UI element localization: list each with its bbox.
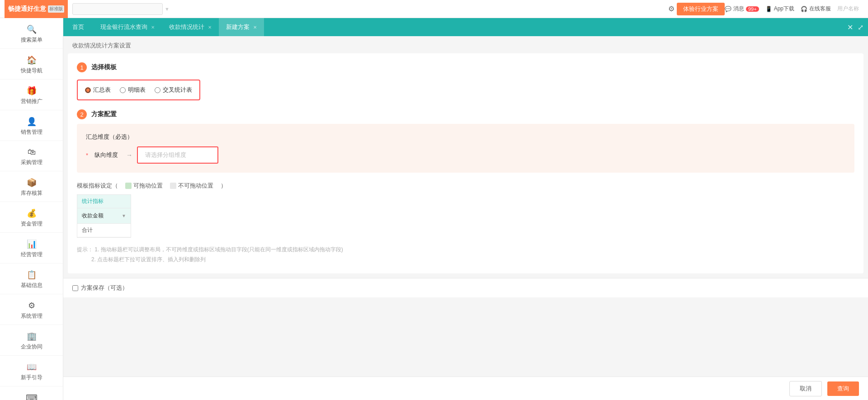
gear-icon[interactable]: ⚙ <box>666 4 677 14</box>
close-window-icon[interactable]: ✕ <box>847 23 853 32</box>
metrics-setting-label: 模板指标设定（ <box>77 182 118 190</box>
sidebar-item-purchase[interactable]: 🛍 采购管理 <box>0 141 63 171</box>
tabs-bar: 首页 现金银行流水查询 ✕ 收款情况统计 ✕ 新建方案 ✕ ✕ ⤢ <box>63 18 868 36</box>
header-actions: 💬 消息 99+ 📱 App下载 🎧 在线客服 用户名称 <box>725 5 863 13</box>
tab-home[interactable]: 首页 <box>63 18 93 36</box>
close-cashflow-icon[interactable]: ✕ <box>151 25 155 30</box>
message-action[interactable]: 💬 消息 99+ <box>725 5 759 13</box>
sidebar-item-quick[interactable]: 🏠 快捷导航 <box>0 49 63 80</box>
top-bar: 畅捷通好生意 标准版 ▼ ⚙ 体验行业方案 💬 消息 99+ 📱 App下载 🎧… <box>0 0 868 18</box>
form-section: 1 选择模板 汇总表 明细表 交叉统计表 <box>68 53 863 273</box>
main-layout: 🔍 搜索菜单 🏠 快捷导航 🎁 营销推广 👤 销售管理 🛍 采购管理 📦 库存核… <box>0 18 868 400</box>
close-receipt-icon[interactable]: ✕ <box>208 25 212 30</box>
dropdown-arrow-icon[interactable]: ▼ <box>122 213 126 218</box>
radio-summary[interactable]: 汇总表 <box>85 86 111 94</box>
dimension-row: * 纵向维度 → 请选择分组维度 <box>86 146 845 164</box>
metrics-category-header: 统计指标 <box>77 195 131 208</box>
radio-cross[interactable]: 交叉统计表 <box>155 86 192 94</box>
page-footer: 方案保存（可选） <box>63 278 868 297</box>
money-icon: 💰 <box>27 208 37 218</box>
sidebar-item-system[interactable]: ⚙ 系统管理 <box>0 294 63 325</box>
step2-title: 方案配置 <box>91 110 117 118</box>
cancel-button[interactable]: 取消 <box>789 381 822 396</box>
draggable-dot <box>125 183 132 189</box>
query-button[interactable]: 查询 <box>827 381 859 396</box>
message-badge: 99+ <box>746 6 759 12</box>
content-area: 首页 现金银行流水查询 ✕ 收款情况统计 ✕ 新建方案 ✕ ✕ ⤢ 收款情况统计… <box>63 18 868 400</box>
tab-new-plan[interactable]: 新建方案 ✕ <box>219 18 264 36</box>
sidebar-item-sales[interactable]: 👤 销售管理 <box>0 110 63 141</box>
sidebar-label-guide: 新手引导 <box>21 374 42 381</box>
non-draggable-label: 不可拖动位置 <box>178 182 213 190</box>
settings-icon: ⚙ <box>28 301 35 311</box>
tab-receipt-label: 收款情况统计 <box>169 23 204 31</box>
sidebar-item-hardware[interactable]: ⌨ 智能硬件 <box>0 386 63 400</box>
sidebar-item-marketing[interactable]: 🎁 营销推广 <box>0 80 63 110</box>
bag-icon: 🛍 <box>28 147 36 157</box>
sidebar-item-inventory[interactable]: 📦 库存核算 <box>0 171 63 202</box>
metrics-sub-item-total: 合计 <box>77 224 131 237</box>
tab-new-plan-label: 新建方案 <box>226 23 250 31</box>
home-icon: 🏠 <box>27 55 37 65</box>
tips-section: 提示： 1. 拖动标题栏可以调整布局，不可跨维度或指标区域拖动目字段(只能在同一… <box>77 245 854 264</box>
sidebar-label-enterprise: 企业协同 <box>21 343 42 351</box>
arrow-icon: → <box>126 151 132 159</box>
building-icon: 🏢 <box>27 331 37 341</box>
sidebar-label-quick: 快捷导航 <box>21 67 42 75</box>
dimension-area: 汇总维度（必选） * 纵向维度 → 请选择分组维度 <box>77 124 854 173</box>
sidebar-label-purchase: 采购管理 <box>21 159 42 166</box>
service-icon: 🎧 <box>801 6 807 12</box>
book-icon: 📖 <box>27 362 37 372</box>
maximize-icon[interactable]: ⤢ <box>858 23 863 32</box>
download-action[interactable]: 📱 App下载 <box>765 5 794 13</box>
save-checkbox[interactable] <box>72 285 78 291</box>
sidebar-label-search: 搜索菜单 <box>21 36 42 44</box>
sidebar-item-operation[interactable]: 📊 经营管理 <box>0 233 63 264</box>
sidebar-label-marketing: 营销推广 <box>21 98 42 105</box>
user-name: 用户名称 <box>837 5 859 13</box>
industry-button[interactable]: 体验行业方案 <box>677 3 725 15</box>
step1-title: 选择模板 <box>91 63 117 71</box>
page-header: 收款情况统计方案设置 <box>63 36 868 53</box>
page-content: 收款情况统计方案设置 1 选择模板 汇总表 明细表 <box>63 36 868 400</box>
tabs-right-actions: ✕ ⤢ <box>847 23 868 32</box>
sidebar-item-enterprise[interactable]: 🏢 企业协同 <box>0 325 63 356</box>
tab-cashflow[interactable]: 现金银行流水查询 ✕ <box>93 18 162 36</box>
draggable-label: 可拖动位置 <box>133 182 163 190</box>
search-input[interactable] <box>72 3 163 15</box>
template-selection: 汇总表 明细表 交叉统计表 <box>77 80 200 100</box>
sidebar-label-sales: 销售管理 <box>21 128 42 136</box>
row-label: 纵向维度 <box>94 151 122 159</box>
gift-icon: 🎁 <box>27 86 37 96</box>
service-action[interactable]: 🎧 在线客服 <box>801 5 831 13</box>
non-draggable-legend: 不可拖动位置 <box>170 182 213 190</box>
metrics-item-receipts[interactable]: 收款金额 ▼ <box>77 208 131 224</box>
dimension-selector[interactable]: 请选择分组维度 <box>137 146 218 164</box>
metrics-grid: 统计指标 收款金额 ▼ 合计 <box>77 194 854 238</box>
close-new-plan-icon[interactable]: ✕ <box>253 25 257 30</box>
sidebar-label-system: 系统管理 <box>21 312 42 320</box>
radio-summary-input[interactable] <box>85 87 91 93</box>
download-icon: 📱 <box>765 6 772 12</box>
radio-summary-label: 汇总表 <box>93 86 111 94</box>
sidebar-item-basic[interactable]: 📋 基础信息 <box>0 264 63 294</box>
sidebar-item-guide[interactable]: 📖 新手引导 <box>0 356 63 386</box>
sidebar-item-finance[interactable]: 💰 资金管理 <box>0 202 63 233</box>
sidebar-label-inventory: 库存核算 <box>21 189 42 197</box>
logo-sub: 标准版 <box>48 5 64 13</box>
tab-receipt[interactable]: 收款情况统计 ✕ <box>162 18 219 36</box>
radio-cross-input[interactable] <box>155 87 160 93</box>
step1-label: 1 选择模板 <box>77 62 854 72</box>
step1-number: 1 <box>77 62 87 72</box>
radio-cross-label: 交叉统计表 <box>163 86 192 94</box>
metrics-header: 模板指标设定（ 可拖动位置 不可拖动位置 ） <box>77 182 854 190</box>
config-section: 2 方案配置 汇总维度（必选） * 纵向维度 → 请选择分组维度 <box>77 109 854 264</box>
sidebar-item-search[interactable]: 🔍 搜索菜单 <box>0 18 63 49</box>
save-label: 方案保存（可选） <box>81 284 128 292</box>
radio-detail-label: 明细表 <box>128 86 146 94</box>
dimension-label: 汇总维度（必选） <box>86 133 845 141</box>
radio-detail[interactable]: 明细表 <box>120 86 146 94</box>
draggable-legend: 可拖动位置 <box>125 182 163 190</box>
person-icon: 👤 <box>27 117 37 127</box>
radio-detail-input[interactable] <box>120 87 126 93</box>
